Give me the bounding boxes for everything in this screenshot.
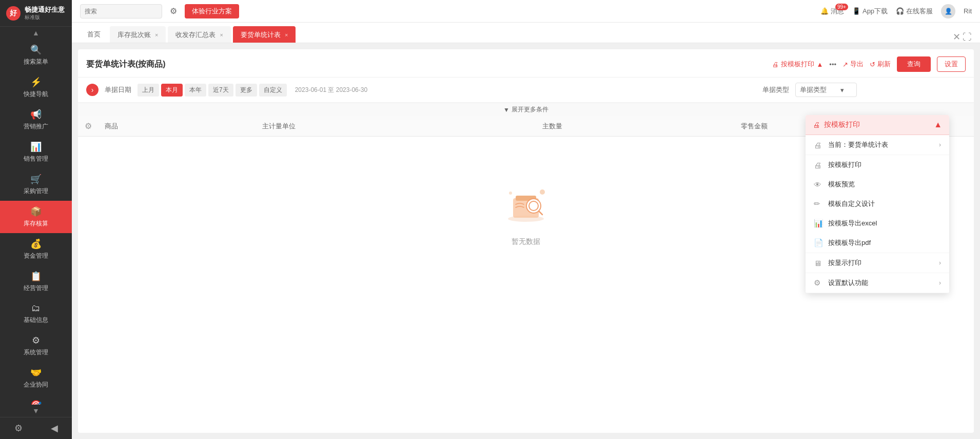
tab-batch-account[interactable]: 库存批次账 × bbox=[110, 26, 166, 43]
sidebar-item-finance[interactable]: 💰 资金管理 bbox=[0, 233, 72, 265]
expand-tabs-icon[interactable]: ⛶ bbox=[963, 32, 972, 43]
date-btn-this-month[interactable]: 本月 bbox=[161, 84, 183, 97]
clipboard-icon: 📋 bbox=[30, 271, 42, 282]
refresh-btn[interactable]: ↺ 刷新 bbox=[870, 60, 891, 69]
sidebar-item-system[interactable]: ⚙ 系统管理 bbox=[0, 330, 72, 362]
settings-icon[interactable]: ⚙ bbox=[166, 4, 181, 18]
chevron-right-icon: › bbox=[939, 279, 941, 287]
dropdown-set-default[interactable]: ⚙ 设置默认功能 › bbox=[806, 273, 949, 293]
tab-close-icon[interactable]: × bbox=[285, 32, 288, 38]
dropdown-item-template-print[interactable]: 🖨 按模板打印 bbox=[806, 155, 949, 175]
tab-order-stat[interactable]: 要货单统计表 × bbox=[233, 26, 296, 43]
tab-label: 收发存汇总表 bbox=[175, 30, 215, 40]
expand-more-label: 展开更多条件 bbox=[512, 105, 548, 114]
tab-close-icon[interactable]: × bbox=[220, 32, 223, 38]
expand-more-icon: ▼ bbox=[503, 106, 509, 113]
page-content: 要货单统计表(按商品) 🖨 按模板打印 ▲ ••• ↗ 导出 ↺ 刷新 bbox=[72, 43, 980, 439]
settings-btn[interactable]: 设置 bbox=[937, 56, 966, 72]
sidebar-item-sales[interactable]: 📊 销售管理 bbox=[0, 136, 72, 168]
export-btn[interactable]: ↗ 导出 bbox=[842, 60, 864, 69]
sidebar-item-purchase[interactable]: 🛒 采购管理 bbox=[0, 168, 72, 201]
print-dropdown: 🖨 按模板打印 ▲ 🖨 当前：要货单统计表 › 🖨 按模板打印 bbox=[806, 115, 949, 293]
service-btn[interactable]: 🎧 在线客服 bbox=[896, 7, 933, 16]
settings-col-header[interactable]: ⚙ bbox=[78, 116, 99, 137]
sidebar-item-label: 企业协同 bbox=[24, 380, 48, 389]
sidebar-bottom: ⚙ ◀ bbox=[0, 417, 72, 439]
star-icon: ⚙ bbox=[814, 278, 823, 288]
dropdown-display-print[interactable]: 🖥 按显示打印 › bbox=[806, 253, 949, 273]
col-header-product: 商品 bbox=[99, 116, 256, 137]
dropdown-item-template-excel[interactable]: 📊 按模板导出excel bbox=[806, 214, 949, 233]
sidebar-item-search[interactable]: 🔍 搜索菜单 bbox=[0, 39, 72, 71]
header-left: ⚙ 体验行业方案 bbox=[80, 4, 239, 18]
dropdown-item-template-pdf[interactable]: 📄 按模板导出pdf bbox=[806, 233, 949, 253]
dropdown-item-label: 模板自定义设计 bbox=[828, 199, 875, 208]
print-btn[interactable]: 🖨 按模板打印 ▲ bbox=[772, 60, 823, 69]
service-label: 在线客服 bbox=[906, 7, 933, 16]
filter-area: › 单据日期 上月 本月 本年 近7天 更多 自定义 2023-06-01 至 … bbox=[78, 78, 974, 103]
display-print-label: 按显示打印 bbox=[828, 258, 861, 268]
dropdown-close-icon[interactable]: ▲ bbox=[934, 120, 942, 129]
search-icon: 🔍 bbox=[30, 44, 42, 55]
dropdown-item-label: 按模板导出excel bbox=[828, 219, 877, 228]
dropdown-default-section: ⚙ 设置默认功能 › bbox=[806, 273, 949, 293]
sidebar-item-guide[interactable]: 🎯 新手引导 bbox=[0, 394, 72, 405]
sidebar-item-label: 基础信息 bbox=[24, 316, 48, 325]
eye-icon: 👁 bbox=[814, 180, 823, 189]
date-btn-last-month[interactable]: 上月 bbox=[138, 84, 159, 97]
refresh-icon: ↺ bbox=[870, 61, 875, 68]
gear-icon: ⚙ bbox=[32, 335, 40, 346]
column-settings-icon[interactable]: ⚙ bbox=[85, 122, 92, 130]
search-input[interactable] bbox=[80, 4, 162, 18]
sidebar-item-basic[interactable]: 🗂 基础信息 bbox=[0, 298, 72, 330]
order-type-select[interactable]: 单据类型 ▾ bbox=[795, 83, 857, 97]
sidebar-item-operations[interactable]: 📋 经营管理 bbox=[0, 265, 72, 298]
dropdown-item-template-preview[interactable]: 👁 模板预览 bbox=[806, 175, 949, 194]
msg-badge: 99+ bbox=[835, 4, 848, 10]
print-icon: 🖨 bbox=[814, 161, 823, 169]
chevron-right-icon: › bbox=[939, 259, 941, 266]
app-version: 标准版 bbox=[25, 14, 65, 21]
app-download-btn[interactable]: 📱 App下载 bbox=[852, 7, 888, 16]
trial-btn[interactable]: 体验行业方案 bbox=[185, 4, 239, 18]
date-btn-custom[interactable]: 自定义 bbox=[259, 84, 287, 97]
filter-toggle-icon[interactable]: › bbox=[86, 84, 99, 96]
sidebar-item-label: 销售管理 bbox=[24, 155, 48, 163]
header-right: 🔔 消息 99+ 📱 App下载 🎧 在线客服 👤 Rit bbox=[820, 4, 972, 18]
date-btn-this-year[interactable]: 本年 bbox=[185, 84, 206, 97]
dropdown-current-item[interactable]: 🖨 当前：要货单统计表 › bbox=[806, 135, 949, 155]
sidebar-item-marketing[interactable]: 📢 营销推广 bbox=[0, 104, 72, 136]
message-btn[interactable]: 🔔 消息 99+ bbox=[820, 7, 844, 16]
date-btn-more[interactable]: 更多 bbox=[236, 84, 257, 97]
date-btn-7-days[interactable]: 近7天 bbox=[208, 84, 233, 97]
more-options-btn[interactable]: ••• bbox=[829, 61, 836, 68]
tab-label: 要货单统计表 bbox=[241, 30, 281, 40]
sidebar-item-shortcut[interactable]: ⚡ 快捷导航 bbox=[0, 71, 72, 104]
order-type-label: 单据类型 bbox=[762, 85, 789, 94]
tab-close-icon[interactable]: × bbox=[155, 32, 158, 38]
settings-bottom-icon[interactable]: ⚙ bbox=[14, 423, 23, 434]
close-all-tabs-icon[interactable]: ✕ bbox=[953, 31, 961, 43]
tab-receipt-summary[interactable]: 收发存汇总表 × bbox=[168, 26, 230, 43]
handshake-icon: 🤝 bbox=[30, 367, 42, 378]
dropdown-title: 按模板打印 bbox=[824, 120, 860, 129]
dropdown-item-template-custom[interactable]: ✏ 模板自定义设计 bbox=[806, 194, 949, 214]
home-label: 首页 bbox=[87, 30, 101, 39]
chevron-down-icon[interactable]: ▼ bbox=[32, 407, 40, 415]
refresh-label: 刷新 bbox=[877, 60, 891, 69]
printer-icon: 🖨 bbox=[772, 61, 779, 68]
scroll-down-btn[interactable]: ▼ bbox=[0, 405, 72, 417]
chevron-up-icon[interactable]: ▲ bbox=[32, 29, 40, 37]
sidebar: 好 畅捷通好生意 标准版 ▲ 🔍 搜索菜单 ⚡ 快捷导航 📢 营销推广 📊 销售… bbox=[0, 0, 72, 439]
tab-home[interactable]: 首页 bbox=[80, 26, 108, 43]
phone-icon: 📱 bbox=[852, 7, 860, 15]
avatar[interactable]: 👤 bbox=[941, 4, 955, 18]
collapse-icon[interactable]: ◀ bbox=[51, 423, 58, 434]
tabs-right: ✕ ⛶ bbox=[953, 31, 972, 43]
expand-more-btn[interactable]: ▼ 展开更多条件 bbox=[78, 103, 974, 116]
scroll-up-btn[interactable]: ▲ bbox=[0, 27, 72, 39]
sidebar-item-collab[interactable]: 🤝 企业协同 bbox=[0, 362, 72, 394]
sidebar-item-inventory[interactable]: 📦 库存核算 bbox=[0, 201, 72, 233]
query-btn[interactable]: 查询 bbox=[897, 56, 931, 72]
sidebar-item-label: 搜索菜单 bbox=[24, 58, 48, 66]
